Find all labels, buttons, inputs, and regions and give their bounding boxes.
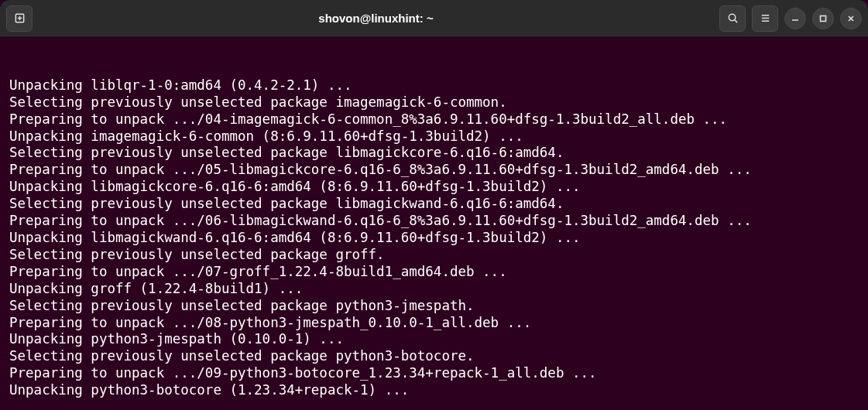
close-button[interactable]	[840, 8, 862, 29]
new-tab-icon	[14, 12, 26, 24]
terminal-line: Preparing to unpack .../05-libmagickcore…	[9, 162, 859, 179]
terminal-line: Unpacking libmagickcore-6.q16-6:amd64 (8…	[9, 179, 859, 196]
svg-line-4	[734, 20, 736, 22]
terminal-line: Selecting previously unselected package …	[9, 145, 859, 162]
svg-point-3	[729, 14, 735, 20]
hamburger-icon	[760, 12, 771, 24]
terminal-line: Preparing to unpack .../06-libmagickwand…	[9, 213, 859, 230]
terminal-line: Selecting previously unselected package …	[9, 94, 859, 111]
menu-button[interactable]	[752, 5, 778, 32]
maximize-icon	[818, 14, 828, 23]
terminal-line: Preparing to unpack .../08-python3-jmesp…	[9, 315, 859, 332]
close-icon	[846, 14, 856, 23]
terminal-line: Preparing to unpack .../04-imagemagick-6…	[9, 111, 859, 128]
terminal-line: Selecting previously unselected package …	[9, 247, 859, 264]
titlebar: shovon@linuxhint: ~	[0, 0, 868, 37]
terminal-line: Unpacking python3-jmespath (0.10.0-1) ..…	[9, 331, 859, 348]
terminal-line: Preparing to unpack .../07-groff_1.22.4-…	[9, 264, 859, 281]
maximize-button[interactable]	[812, 8, 834, 29]
terminal-line: Unpacking liblqr-1-0:amd64 (0.4.2-2.1) .…	[9, 77, 859, 94]
minimize-button[interactable]	[784, 8, 806, 29]
terminal-line: Unpacking libmagickwand-6.q16-6:amd64 (8…	[9, 230, 859, 247]
terminal-line: Selecting previously unselected package …	[9, 196, 859, 213]
window-title: shovon@linuxhint: ~	[33, 12, 719, 25]
terminal-line: Selecting previously unselected package …	[9, 348, 859, 365]
new-tab-button[interactable]	[6, 5, 33, 32]
svg-rect-9	[821, 15, 826, 21]
terminal-line: Unpacking python3-botocore (1.23.34+repa…	[9, 382, 859, 399]
terminal-line: Selecting previously unselected package …	[9, 298, 859, 315]
terminal-output[interactable]: Unpacking liblqr-1-0:amd64 (0.4.2-2.1) .…	[0, 37, 868, 410]
terminal-line: Unpacking groff (1.22.4-8build1) ...	[9, 281, 859, 298]
search-button[interactable]	[719, 5, 746, 32]
minimize-icon	[791, 14, 800, 23]
search-icon	[727, 12, 739, 24]
terminal-line: Preparing to unpack .../09-python3-botoc…	[9, 365, 859, 382]
terminal-line: Unpacking imagemagick-6-common (8:6.9.11…	[9, 128, 859, 145]
